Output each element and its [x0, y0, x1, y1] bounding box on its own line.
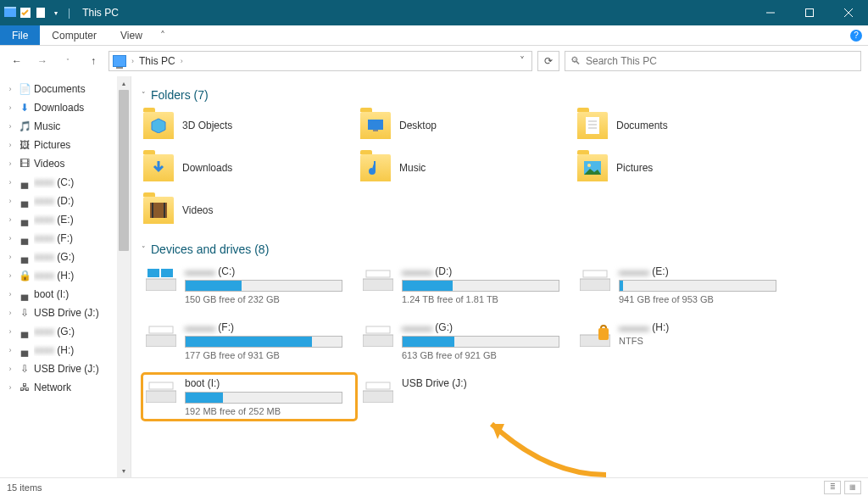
- status-item-count: 15 items: [7, 482, 42, 493]
- qat-new-icon[interactable]: [34, 6, 47, 20]
- folder-item[interactable]: Desktop: [360, 109, 572, 142]
- folder-label: Documents: [616, 120, 668, 131]
- qat-dropdown-icon[interactable]: ▾: [49, 6, 63, 20]
- thispc-icon: [113, 55, 126, 67]
- sidebar-item[interactable]: › 📄 Documents: [0, 80, 131, 98]
- qat-properties-icon[interactable]: [19, 6, 32, 20]
- search-box[interactable]: 🔍︎: [565, 51, 861, 71]
- drive-label: boot (I:): [185, 377, 353, 389]
- drive-item[interactable]: ▬▬▬ (E:) 941 GB free of 953 GB: [577, 263, 789, 307]
- folder-item[interactable]: Music: [360, 151, 572, 185]
- tab-computer[interactable]: Computer: [40, 25, 108, 45]
- nav-tree[interactable]: › 📄 Documents› ⬇ Downloads› 🎵 Music› 🖼 P…: [0, 76, 131, 477]
- chevron-right-icon: ›: [5, 178, 15, 187]
- sidebar-item-label: xxxx (G:): [34, 326, 75, 337]
- drive-item[interactable]: boot (I:) 192 MB free of 252 MB: [143, 375, 355, 419]
- folder-item[interactable]: Documents: [577, 109, 789, 142]
- sidebar-item[interactable]: › 🎵 Music: [0, 117, 131, 136]
- chevron-right-icon: ›: [5, 309, 15, 317]
- sidebar-scrollbar[interactable]: ▴ ▾: [117, 76, 131, 477]
- drive-free-text: 192 MB free of 252 MB: [185, 406, 353, 416]
- sidebar-item-label: boot (I:): [34, 288, 69, 300]
- svg-rect-35: [363, 391, 393, 403]
- drive-free-text: 177 GB free of 931 GB: [185, 350, 353, 360]
- svg-rect-26: [583, 270, 607, 277]
- sidebar-item[interactable]: › 🎞 Videos: [0, 154, 131, 173]
- folder-icon: [360, 112, 391, 139]
- tab-view[interactable]: View: [108, 25, 154, 45]
- address-bar[interactable]: › This PC › ˅: [108, 51, 532, 71]
- sidebar-item[interactable]: › 🔒 xxxx (H:): [0, 266, 131, 285]
- maximize-button[interactable]: [790, 0, 829, 25]
- svg-rect-27: [146, 335, 176, 347]
- folder-item[interactable]: Downloads: [143, 151, 355, 185]
- nav-back-button[interactable]: ←: [7, 51, 27, 71]
- nav-up-button[interactable]: ↑: [83, 51, 103, 71]
- breadcrumb-sep-icon[interactable]: ›: [131, 57, 134, 65]
- view-details-button[interactable]: ≣: [824, 481, 841, 494]
- nav-forward-button[interactable]: →: [32, 51, 53, 71]
- sidebar-item-label: xxxx (H:): [34, 270, 74, 281]
- folder-item[interactable]: 3D Objects: [143, 109, 355, 142]
- chevron-right-icon: ›: [5, 234, 15, 242]
- sidebar-item-icon: 📄: [17, 83, 32, 95]
- sidebar-item-icon: ⇩: [17, 363, 32, 375]
- drive-free-text: 941 GB free of 953 GB: [619, 294, 787, 304]
- svg-rect-32: [598, 328, 609, 340]
- svg-rect-20: [146, 279, 176, 291]
- drive-usage-bar: [402, 336, 559, 348]
- sidebar-item[interactable]: › ⇩ USB Drive (J:): [0, 304, 131, 322]
- group-folders-header[interactable]: ˅ Folders (7): [142, 88, 868, 102]
- drive-item[interactable]: USB Drive (J:): [360, 375, 572, 419]
- svg-rect-29: [363, 335, 393, 347]
- sidebar-item-label: Videos: [34, 158, 64, 170]
- drive-item[interactable]: ▬▬▬ (D:) 1.24 TB free of 1.81 TB: [360, 263, 572, 307]
- sidebar-item[interactable]: › ▄ boot (I:): [0, 285, 131, 304]
- drive-item[interactable]: ▬▬▬ (C:) 150 GB free of 232 GB: [143, 263, 355, 307]
- tab-file[interactable]: File: [0, 25, 40, 45]
- view-tiles-button[interactable]: ▦: [844, 481, 861, 494]
- nav-recent-dropdown[interactable]: ˅: [58, 51, 78, 71]
- help-button[interactable]: ?: [844, 25, 868, 45]
- drive-usage-bar: [185, 280, 342, 292]
- ribbon-minimize-icon[interactable]: ˄: [154, 25, 171, 45]
- breadcrumb-sep-icon[interactable]: ›: [181, 57, 183, 65]
- breadcrumb-thispc[interactable]: This PC: [139, 55, 175, 67]
- sidebar-item-icon: ▄: [17, 288, 32, 300]
- sidebar-item[interactable]: › ⬇ Downloads: [0, 98, 131, 117]
- sidebar-item[interactable]: › ▄ xxxx (G:): [0, 322, 131, 341]
- chevron-right-icon: ›: [5, 327, 15, 336]
- folder-icon: [143, 112, 174, 139]
- qat-explorer-icon[interactable]: [3, 6, 17, 20]
- folder-item[interactable]: Videos: [143, 193, 355, 227]
- drive-free-text: NTFS: [619, 336, 787, 346]
- folder-item[interactable]: Pictures: [577, 151, 789, 185]
- close-button[interactable]: [829, 0, 868, 25]
- address-dropdown-icon[interactable]: ˅: [516, 55, 528, 67]
- chevron-right-icon: ›: [5, 122, 15, 131]
- drive-item[interactable]: ▬▬▬ (G:) 613 GB free of 921 GB: [360, 319, 572, 363]
- scroll-thumb[interactable]: [119, 90, 129, 251]
- chevron-right-icon: ›: [5, 253, 15, 261]
- sidebar-item[interactable]: › ⇩ USB Drive (J:): [0, 359, 131, 378]
- scroll-up-icon[interactable]: ▴: [117, 76, 131, 90]
- refresh-button[interactable]: ⟳: [537, 51, 559, 71]
- sidebar-item[interactable]: › 🖧 Network: [0, 378, 131, 397]
- sidebar-item[interactable]: › ▄ xxxx (F:): [0, 229, 131, 248]
- svg-rect-1: [4, 7, 16, 8]
- drive-item[interactable]: ▬▬▬ (H:) NTFS: [577, 319, 789, 363]
- search-input[interactable]: [586, 55, 855, 67]
- sidebar-item[interactable]: › ▄ xxxx (C:): [0, 173, 131, 192]
- svg-rect-0: [4, 8, 16, 17]
- sidebar-item[interactable]: › ▄ xxxx (H:): [0, 341, 131, 359]
- sidebar-item[interactable]: › ▄ xxxx (D:): [0, 192, 131, 210]
- minimize-button[interactable]: [751, 0, 790, 25]
- drive-free-text: 1.24 TB free of 1.81 TB: [402, 294, 570, 304]
- scroll-down-icon[interactable]: ▾: [117, 464, 131, 477]
- drive-item[interactable]: ▬▬▬ (F:) 177 GB free of 931 GB: [143, 319, 355, 363]
- sidebar-item[interactable]: › ▄ xxxx (E:): [0, 210, 131, 229]
- group-drives-header[interactable]: ˅ Devices and drives (8): [142, 242, 868, 256]
- sidebar-item[interactable]: › 🖼 Pictures: [0, 136, 131, 154]
- sidebar-item[interactable]: › ▄ xxxx (G:): [0, 248, 131, 266]
- folder-icon: [577, 154, 608, 181]
